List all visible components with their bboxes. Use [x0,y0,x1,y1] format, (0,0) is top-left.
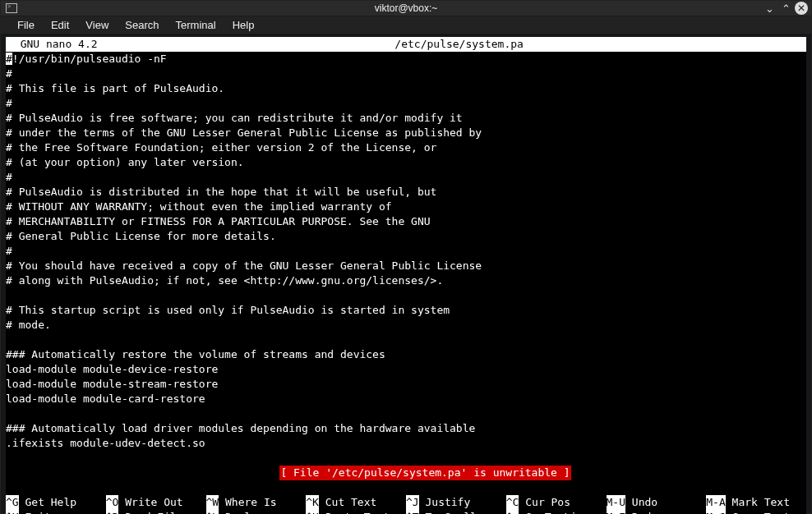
shortcut-K: ^K Cut Text [306,495,406,510]
shortcut-label: To Spell [419,510,477,514]
shortcut-key: ^T [406,510,419,514]
window-controls: ⌄ ⌃ ✕ [762,1,811,16]
menu-view[interactable]: View [77,16,117,34]
shortcut-key: M-U [607,495,625,510]
terminal-icon [6,3,17,13]
shortcut-label: Where Is [219,495,276,510]
nano-status-badge: [ File '/etc/pulse/system.pa' is unwrita… [279,466,570,480]
menu-edit[interactable]: Edit [43,16,77,34]
shortcut-label: Copy Text [726,510,790,514]
shortcut-key: ^K [306,495,319,510]
shortcut-MU: M-U Undo [607,495,707,510]
nano-filepath: /etc/pulse/system.pa [112,37,806,52]
window-title: viktor@vbox:~ [375,2,438,14]
shortcut-label: Cur Pos [519,495,570,510]
shortcut-G: ^G Get Help [6,495,106,510]
shortcut-key: ^C [506,495,519,510]
shortcut-key: ^W [206,495,219,510]
shortcut-label: Mark Text [726,495,790,510]
shortcut-label: Go To Line [519,510,589,514]
shortcut-key: ^J [406,495,419,510]
menu-terminal[interactable]: Terminal [168,16,224,34]
nano-header: GNU nano 4.2 /etc/pulse/system.pa [6,37,806,52]
shortcut-MA: M-A Mark Text [706,495,806,510]
shortcut-W: ^W Where Is [206,495,307,510]
shortcut-T: ^T To Spell [406,510,506,514]
shortcut-label: Cut Text [319,495,376,510]
shortcut-key: ^O [106,495,119,510]
shortcut-label: Paste Text [319,510,390,514]
shortcut-O: ^O Write Out [106,495,206,510]
shortcut-R: ^R Read File [106,510,206,514]
nano-shortcuts: ^G Get Help^O Write Out^W Where Is^K Cut… [6,495,806,514]
terminal-window: viktor@vbox:~ ⌄ ⌃ ✕ File Edit View Searc… [0,0,812,514]
shortcut-key: M-6 [706,510,725,514]
shortcut-label: Replace [219,510,270,514]
shortcut-label: Read File [118,510,182,514]
shortcut-label: Justify [419,495,471,510]
shortcut-key: ^G [6,495,19,510]
shortcut-C: ^C Cur Pos [506,495,607,510]
menu-help[interactable]: Help [224,16,263,34]
shortcut-M6: M-6 Copy Text [706,510,806,514]
shortcut-key: ^X [6,510,19,514]
shortcut-: ^_ Go To Line [506,510,607,514]
close-button[interactable]: ✕ [795,2,808,15]
nano-version: GNU nano 4.2 [6,37,112,52]
shortcut-key: M-E [607,510,625,514]
menu-search[interactable]: Search [117,16,167,34]
editor-content[interactable]: #!/usr/bin/pulseaudio -nF # # This file … [6,52,806,451]
shortcut-label: Exit [19,510,51,514]
titlebar[interactable]: viktor@vbox:~ ⌄ ⌃ ✕ [1,1,811,16]
shortcut-X: ^X Exit [6,510,106,514]
maximize-button[interactable]: ⌃ [778,1,793,16]
nano-status-line: [ File '/etc/pulse/system.pa' is unwrita… [6,451,806,495]
shortcut-: ^\ Replace [206,510,307,514]
shortcut-key: ^_ [506,510,519,514]
menu-file[interactable]: File [9,16,43,34]
menubar: File Edit View Search Terminal Help [1,16,811,34]
shortcut-key: ^R [106,510,119,514]
shortcut-key: M-A [706,495,725,510]
shortcut-label: Undo [625,495,657,510]
shortcut-label: Write Out [118,495,182,510]
shortcut-ME: M-E Redo [607,510,707,514]
shortcut-label: Get Help [19,495,76,510]
shortcut-J: ^J Justify [406,495,506,510]
shortcut-U: ^U Paste Text [306,510,406,514]
terminal-body[interactable]: GNU nano 4.2 /etc/pulse/system.pa #!/usr… [6,37,806,514]
shortcut-key: ^U [306,510,319,514]
shortcut-label: Redo [625,510,657,514]
shortcut-key: ^\ [206,510,219,514]
minimize-button[interactable]: ⌄ [762,1,777,16]
